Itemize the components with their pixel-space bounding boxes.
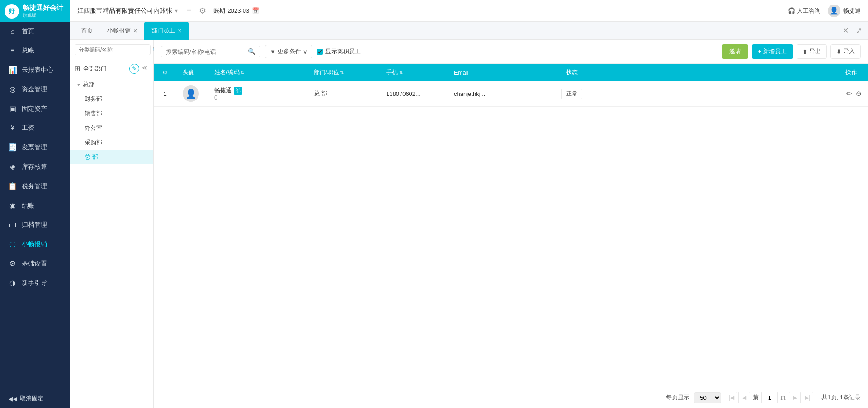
- col-avatar: 头像: [176, 64, 208, 81]
- sidebar-item-tax[interactable]: 📋 税务管理: [0, 176, 70, 196]
- dept-edit-button[interactable]: ✎: [129, 64, 139, 74]
- sidebar-item-archive[interactable]: 🗃 归档管理: [0, 215, 70, 234]
- add-account-button[interactable]: +: [183, 4, 195, 17]
- tab-dept-close[interactable]: ×: [178, 28, 181, 34]
- archive-icon: 🗃: [8, 221, 17, 229]
- dept-item-general-dept[interactable]: 总 部: [70, 150, 153, 164]
- tax-icon: 📋: [8, 182, 17, 190]
- tab-dept-employee[interactable]: 部门员工 ×: [144, 22, 189, 40]
- home-icon: ⌂: [8, 28, 17, 36]
- employee-dept-badge: 部: [234, 87, 242, 95]
- page-input[interactable]: [761, 392, 778, 403]
- col-phone[interactable]: 手机: [380, 64, 448, 81]
- export-button[interactable]: ⬆ 导出: [797, 44, 827, 59]
- employee-panel: 🔍 ▼ 更多条件 ∨ 显示离职员工 邀请 + 新增员工 ⬆ 导出: [154, 40, 868, 408]
- show-resigned-input[interactable]: [317, 49, 323, 55]
- row-phone: 138070602...: [380, 81, 448, 107]
- last-page-button[interactable]: ▶|: [802, 392, 813, 403]
- employee-search-icon[interactable]: 🔍: [248, 48, 255, 55]
- employee-search-box: 🔍: [161, 46, 260, 57]
- first-page-button[interactable]: |◀: [726, 392, 737, 403]
- show-resigned-checkbox[interactable]: 显示离职员工: [317, 47, 361, 56]
- sidebar-item-guide[interactable]: ◑ 新手引导: [0, 273, 70, 293]
- per-page-select[interactable]: 50 10 20 100: [694, 392, 721, 403]
- row-email: chanjethkj...: [448, 81, 538, 107]
- company-arrow-icon: ▾: [175, 8, 178, 14]
- account-settings-icon[interactable]: ⚙: [199, 6, 206, 16]
- prev-page-button[interactable]: ◀: [738, 392, 750, 403]
- dept-tree: ▼ 总部 财务部 销售部 办公室 采购部 总 部: [70, 77, 153, 408]
- settings-icon: ⚙: [8, 259, 17, 268]
- period-selector[interactable]: 账期 2023-03 📅: [213, 7, 259, 15]
- toolbar-right-actions: 邀请 + 新增员工 ⬆ 导出 ⬇ 导入: [722, 44, 861, 59]
- tab-xiaochang[interactable]: 小畅报销 ×: [100, 22, 144, 40]
- dept-search-input[interactable]: [75, 44, 151, 55]
- tab-xiaochang-close[interactable]: ×: [133, 28, 137, 34]
- table-row: 1 👤 畅捷通 部 0 总 部: [154, 81, 868, 107]
- tab-home[interactable]: 首页: [74, 22, 100, 40]
- calendar-icon[interactable]: 📅: [252, 7, 259, 14]
- sidebar-item-assets[interactable]: ◎ 资金管理: [0, 80, 70, 99]
- col-action: 操作: [606, 64, 868, 81]
- salary-icon: ¥: [8, 124, 17, 132]
- user-menu[interactable]: 👤 畅捷通: [828, 5, 861, 17]
- import-button[interactable]: ⬇ 导入: [830, 44, 861, 59]
- col-name[interactable]: 姓名/编码: [208, 64, 307, 81]
- assets-icon: ◎: [8, 85, 17, 94]
- sidebar-item-invoice[interactable]: 🧾 发票管理: [0, 138, 70, 157]
- dept-expand-icon: ▼: [76, 82, 81, 87]
- avatar: 👤: [183, 85, 199, 102]
- consult-button[interactable]: 🎧 人工咨询: [788, 7, 821, 15]
- more-filter-button[interactable]: ▼ 更多条件 ∨: [265, 45, 312, 58]
- dept-item-office[interactable]: 办公室: [70, 121, 153, 135]
- all-dept-header[interactable]: ⊞ 全部部门 ✎ ≪: [70, 60, 153, 77]
- sidebar-item-label: 首页: [22, 28, 34, 36]
- sidebar-item-fixed[interactable]: ▣ 固定资产: [0, 99, 70, 119]
- period-label: 账期: [213, 7, 225, 15]
- employee-table-container: ⚙ 头像 姓名/编码 部门/职位 手机 Email 状态 操作 1: [154, 64, 868, 387]
- employee-toolbar: 🔍 ▼ 更多条件 ∨ 显示离职员工 邀请 + 新增员工 ⬆ 导出: [154, 40, 868, 64]
- fixed-icon: ▣: [8, 104, 17, 113]
- row-num: 1: [154, 81, 176, 107]
- invite-button[interactable]: 邀请: [722, 44, 748, 59]
- dept-search-area: 🔍: [70, 40, 153, 60]
- next-page-button[interactable]: ▶: [789, 392, 801, 403]
- xiaochang-icon: ◌: [8, 240, 17, 248]
- tab-home-label: 首页: [81, 27, 93, 35]
- sidebar-item-checkout[interactable]: ◉ 结账: [0, 196, 70, 215]
- dept-item-general[interactable]: ▼ 总部: [70, 77, 153, 92]
- inventory-icon: ◈: [8, 162, 17, 171]
- company-name: 江西服宝精品有限责任公司内账张: [77, 7, 172, 15]
- topbar: 江西服宝精品有限责任公司内账张 ▾ + ⚙ 账期 2023-03 📅 🎧 人工咨…: [70, 0, 868, 22]
- sidebar-item-ledger[interactable]: ≡ 总账: [0, 41, 70, 60]
- filter-icon: ▼: [270, 48, 276, 55]
- dept-item-sales[interactable]: 销售部: [70, 106, 153, 121]
- sidebar-item-reports[interactable]: 📊 云报表中心: [0, 60, 70, 80]
- employee-search-input[interactable]: [166, 48, 248, 55]
- dept-item-finance[interactable]: 财务部: [70, 92, 153, 106]
- department-panel: 🔍 ⊞ 全部部门 ✎ ≪ ▼ 总部 财务部 销售部: [70, 40, 154, 408]
- dept-collapse-button[interactable]: ≪: [141, 64, 149, 74]
- reports-icon: 📊: [8, 66, 17, 74]
- col-dept[interactable]: 部门/职位: [307, 64, 380, 81]
- sidebar-item-inventory[interactable]: ◈ 库存核算: [0, 157, 70, 176]
- sidebar-logo[interactable]: 好 畅捷通好会计 旗舰版: [0, 0, 70, 22]
- main-area: 江西服宝精品有限责任公司内账张 ▾ + ⚙ 账期 2023-03 📅 🎧 人工咨…: [70, 0, 868, 408]
- company-selector[interactable]: 江西服宝精品有限责任公司内账张 ▾: [77, 7, 178, 15]
- add-employee-button[interactable]: + 新增员工: [752, 44, 793, 59]
- status-badge: 正常: [561, 89, 582, 99]
- delete-employee-button[interactable]: ⊖: [856, 90, 862, 98]
- logo-text: 畅捷通好会计: [23, 4, 63, 12]
- dept-item-purchase[interactable]: 采购部: [70, 135, 153, 150]
- sidebar-item-settings[interactable]: ⚙ 基础设置: [0, 254, 70, 273]
- sidebar-item-salary[interactable]: ¥ 工资: [0, 119, 70, 138]
- close-tab-button[interactable]: ✕: [840, 25, 851, 36]
- page-label: 第: [753, 394, 759, 402]
- cancel-fixed-button[interactable]: ◀◀ 取消固定: [0, 389, 70, 408]
- col-settings[interactable]: ⚙: [154, 64, 176, 81]
- edit-employee-button[interactable]: ✏: [846, 90, 852, 98]
- sidebar-item-xiaochang[interactable]: ◌ 小畅报销: [0, 234, 70, 254]
- expand-tab-button[interactable]: ⤢: [853, 25, 864, 36]
- sidebar-item-home[interactable]: ⌂ 首页: [0, 22, 70, 41]
- sidebar: 好 畅捷通好会计 旗舰版 ⌂ 首页 ≡ 总账 📊 云报表中心 ◎ 资金管理 ▣ …: [0, 0, 70, 408]
